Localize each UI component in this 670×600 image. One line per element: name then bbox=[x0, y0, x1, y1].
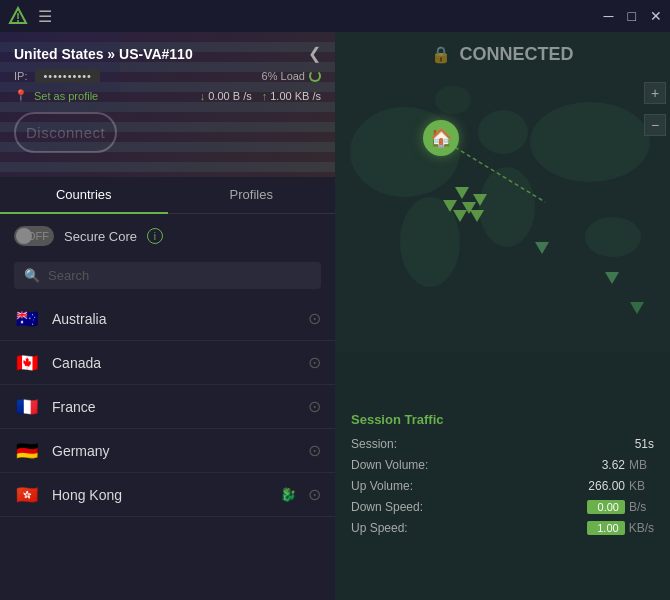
load-text: 6% Load bbox=[262, 70, 321, 82]
map-controls-divider bbox=[644, 105, 666, 113]
titlebar-left: ☰ bbox=[8, 6, 52, 26]
hongkong-name: Hong Kong bbox=[52, 487, 268, 503]
back-button[interactable]: ❮ bbox=[308, 44, 321, 63]
connection-header: United States » US-VA#110 ❮ IP: ••••••••… bbox=[0, 32, 335, 177]
canada-name: Canada bbox=[52, 355, 296, 371]
pin-icon: 📍 bbox=[14, 89, 28, 102]
australia-chevron-icon: ⊙ bbox=[308, 309, 321, 328]
search-row: 🔍 bbox=[0, 258, 335, 297]
vpn-marker-6 bbox=[443, 200, 457, 212]
session-row: Session: 51s bbox=[351, 437, 654, 451]
set-profile-link[interactable]: Set as profile bbox=[34, 90, 98, 102]
main-container: United States » US-VA#110 ❮ IP: ••••••••… bbox=[0, 32, 670, 600]
right-panel: 🔒 CONNECTED 🏠 bbox=[335, 32, 670, 600]
up-speed-badge: 1.00 bbox=[587, 521, 625, 535]
country-item-hongkong[interactable]: 🇭🇰 Hong Kong 🐉 ⊙ bbox=[0, 473, 335, 517]
maximize-button[interactable]: □ bbox=[628, 8, 636, 24]
server-row: United States » US-VA#110 ❮ bbox=[14, 44, 321, 63]
hongkong-chevron-icon: ⊙ bbox=[308, 485, 321, 504]
close-button[interactable]: ✕ bbox=[650, 8, 662, 24]
country-item-australia[interactable]: 🇦🇺 Australia ⊙ bbox=[0, 297, 335, 341]
france-name: France bbox=[52, 399, 296, 415]
country-item-canada[interactable]: 🇨🇦 Canada ⊙ bbox=[0, 341, 335, 385]
country-item-germany[interactable]: 🇩🇪 Germany ⊙ bbox=[0, 429, 335, 473]
session-label: Session: bbox=[351, 437, 397, 451]
france-chevron-icon: ⊙ bbox=[308, 397, 321, 416]
down-speed: ↓ 0.00 B /s bbox=[200, 90, 252, 102]
app-logo-icon bbox=[8, 6, 28, 26]
vpn-marker-9 bbox=[630, 302, 644, 314]
vpn-marker-7 bbox=[535, 242, 549, 254]
vpn-marker-5 bbox=[470, 210, 484, 222]
secure-core-toggle[interactable]: OFF bbox=[14, 226, 54, 246]
session-value: 51s bbox=[614, 437, 654, 451]
svg-point-8 bbox=[530, 102, 650, 182]
hongkong-extra: 🐉 bbox=[280, 487, 296, 502]
svg-point-9 bbox=[585, 217, 641, 257]
france-flag: 🇫🇷 bbox=[14, 398, 40, 416]
svg-point-7 bbox=[479, 167, 535, 247]
vpn-marker-8 bbox=[605, 272, 619, 284]
up-volume-label: Up Volume: bbox=[351, 479, 413, 493]
germany-name: Germany bbox=[52, 443, 296, 459]
vpn-marker-1 bbox=[455, 187, 469, 199]
map-controls: + − bbox=[644, 82, 666, 136]
info-icon[interactable]: i bbox=[147, 228, 163, 244]
tab-countries[interactable]: Countries bbox=[0, 177, 168, 214]
germany-chevron-icon: ⊙ bbox=[308, 441, 321, 460]
hongkong-flag: 🇭🇰 bbox=[14, 486, 40, 504]
down-volume-label: Down Volume: bbox=[351, 458, 428, 472]
titlebar-controls: ─ □ ✕ bbox=[604, 8, 662, 24]
tab-profiles[interactable]: Profiles bbox=[168, 177, 336, 213]
ip-label: IP: bbox=[14, 70, 27, 82]
germany-flag: 🇩🇪 bbox=[14, 442, 40, 460]
toggle-label: OFF bbox=[27, 230, 49, 242]
up-arrow-icon: ↑ bbox=[262, 90, 268, 102]
session-traffic-panel: Session Traffic Session: 51s Down Volume… bbox=[335, 400, 670, 600]
down-speed-label: Down Speed: bbox=[351, 500, 423, 514]
ip-row: IP: •••••••••• 6% Load bbox=[14, 69, 321, 83]
left-panel: United States » US-VA#110 ❮ IP: ••••••••… bbox=[0, 32, 335, 600]
country-item-france[interactable]: 🇫🇷 France ⊙ bbox=[0, 385, 335, 429]
search-box: 🔍 bbox=[14, 262, 321, 289]
svg-point-2 bbox=[17, 20, 19, 22]
connection-info: United States » US-VA#110 ❮ IP: ••••••••… bbox=[0, 32, 335, 102]
svg-point-10 bbox=[435, 86, 471, 114]
search-input[interactable] bbox=[48, 268, 311, 283]
canada-chevron-icon: ⊙ bbox=[308, 353, 321, 372]
session-traffic-title: Session Traffic bbox=[351, 412, 654, 427]
speed-row: ↓ 0.00 B /s ↑ 1.00 KB /s bbox=[200, 90, 321, 102]
down-speed-badge: 0.00 bbox=[587, 500, 625, 514]
home-pin: 🏠 bbox=[423, 120, 459, 156]
up-speed-row: Up Speed: 1.00 KB/s bbox=[351, 521, 654, 535]
country-list: 🇦🇺 Australia ⊙ 🇨🇦 Canada ⊙ 🇫🇷 France ⊙ 🇩… bbox=[0, 297, 335, 600]
down-arrow-icon: ↓ bbox=[200, 90, 206, 102]
up-volume-row: Up Volume: 266.00 KB bbox=[351, 479, 654, 493]
down-volume-value: 3.62 MB bbox=[585, 458, 654, 472]
titlebar: ☰ ─ □ ✕ bbox=[0, 0, 670, 32]
world-map bbox=[335, 32, 670, 352]
load-circle bbox=[309, 70, 321, 82]
up-speed-value: 1.00 KB/s bbox=[587, 521, 654, 535]
australia-name: Australia bbox=[52, 311, 296, 327]
zoom-in-button[interactable]: + bbox=[644, 82, 666, 104]
svg-point-6 bbox=[478, 110, 528, 154]
down-volume-row: Down Volume: 3.62 MB bbox=[351, 458, 654, 472]
menu-icon[interactable]: ☰ bbox=[38, 7, 52, 26]
zoom-out-button[interactable]: − bbox=[644, 114, 666, 136]
down-speed-row: Down Speed: 0.00 B/s bbox=[351, 500, 654, 514]
down-speed-value: 0.00 B/s bbox=[587, 500, 654, 514]
up-speed: ↑ 1.00 KB /s bbox=[262, 90, 321, 102]
secure-core-label: Secure Core bbox=[64, 229, 137, 244]
search-icon: 🔍 bbox=[24, 268, 40, 283]
up-speed-label: Up Speed: bbox=[351, 521, 408, 535]
server-name: United States » US-VA#110 bbox=[14, 46, 193, 62]
tabs: Countries Profiles bbox=[0, 177, 335, 214]
canada-flag: 🇨🇦 bbox=[14, 354, 40, 372]
minimize-button[interactable]: ─ bbox=[604, 8, 614, 24]
up-volume-value: 266.00 KB bbox=[585, 479, 654, 493]
australia-flag: 🇦🇺 bbox=[14, 310, 40, 328]
ip-value: •••••••••• bbox=[35, 69, 100, 83]
profile-row: 📍 Set as profile ↓ 0.00 B /s ↑ 1.00 KB /… bbox=[14, 89, 321, 102]
secure-core-row: OFF Secure Core i bbox=[0, 214, 335, 258]
